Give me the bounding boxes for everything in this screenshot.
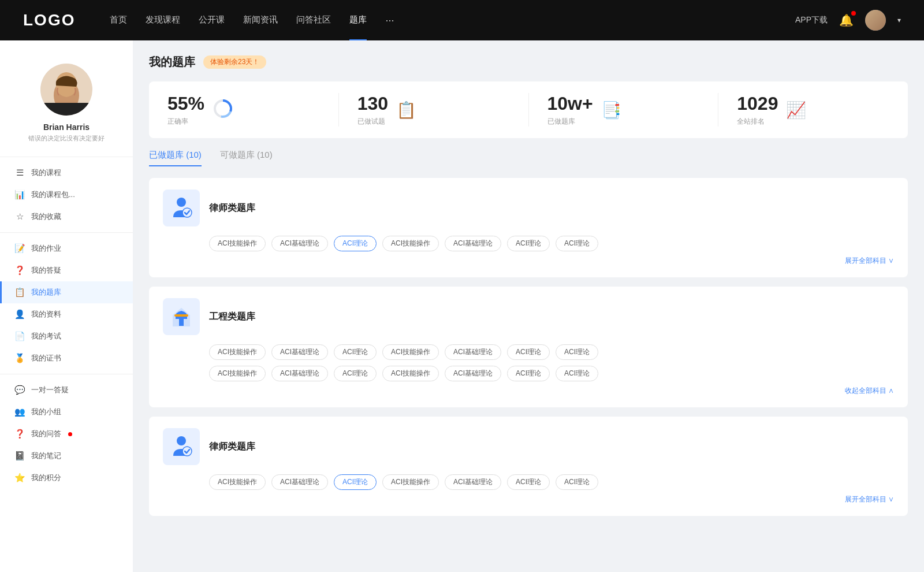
tag-2-11[interactable]: ACI技能操作 — [382, 366, 439, 381]
avatar[interactable] — [865, 10, 886, 31]
tag-1-3[interactable]: ACI理论 — [334, 236, 377, 251]
page-header: 我的题库 体验剩余23天！ — [149, 54, 908, 70]
sidebar-label-certificate: 我的证书 — [31, 353, 61, 363]
stat-done-banks: 10w+ 已做题库 📑 — [529, 93, 719, 127]
sidebar-item-profile[interactable]: 👤 我的资料 — [0, 303, 133, 325]
tag-3-7[interactable]: ACI理论 — [556, 474, 598, 490]
nav-more[interactable]: ··· — [385, 14, 394, 27]
nav-news[interactable]: 新闻资讯 — [243, 14, 278, 27]
sidebar-divider-2 — [0, 232, 133, 233]
tag-2-1[interactable]: ACI技能操作 — [209, 344, 266, 360]
svg-rect-10 — [179, 319, 184, 326]
tag-2-10[interactable]: ACI理论 — [334, 366, 377, 381]
sidebar-item-group[interactable]: 👥 我的小组 — [0, 401, 133, 423]
nav-open-course[interactable]: 公开课 — [199, 14, 225, 27]
tag-2-9[interactable]: ACI基础理论 — [271, 366, 328, 381]
sidebar-label-points: 我的积分 — [31, 473, 61, 483]
sidebar-label-quiz-bank: 我的题库 — [31, 287, 61, 298]
sidebar-item-favorites[interactable]: ☆ 我的收藏 — [0, 206, 133, 228]
sidebar-divider-1 — [0, 157, 133, 157]
nav-quiz[interactable]: 题库 — [349, 14, 367, 27]
page-title: 我的题库 — [149, 54, 195, 70]
favorites-icon: ☆ — [14, 211, 25, 222]
quiz-card-1-tags: ACI技能操作 ACI基础理论 ACI理论 ACI技能操作 ACI基础理论 AC… — [209, 236, 894, 251]
homework-icon: 📝 — [14, 243, 25, 254]
tag-2-2[interactable]: ACI基础理论 — [271, 344, 328, 360]
sidebar-item-course-package[interactable]: 📊 我的课程包... — [0, 184, 133, 206]
trial-badge: 体验剩余23天！ — [203, 55, 266, 69]
lawyer-icon-container-2 — [163, 428, 200, 465]
accuracy-chart — [213, 98, 233, 121]
tag-2-12[interactable]: ACI基础理论 — [445, 366, 501, 381]
quiz-card-1-title: 律师类题库 — [209, 202, 255, 214]
tag-1-4[interactable]: ACI技能操作 — [382, 236, 439, 251]
quiz-card-3-tags: ACI技能操作 ACI基础理论 ACI理论 ACI技能操作 ACI基础理论 AC… — [209, 474, 894, 490]
tag-2-4[interactable]: ACI技能操作 — [382, 344, 439, 360]
stat-accuracy-value: 55% — [167, 93, 204, 114]
quiz-card-1-header: 律师类题库 — [163, 190, 894, 226]
my-qa-icon: ❓ — [14, 429, 25, 439]
ranking-stat-icon: 📈 — [786, 101, 806, 120]
sidebar-item-one-on-one[interactable]: 💬 一对一答疑 — [0, 379, 133, 401]
questions-stat-icon: 📋 — [396, 101, 416, 120]
tag-1-1[interactable]: ACI技能操作 — [209, 236, 266, 251]
tag-1-7[interactable]: ACI理论 — [556, 236, 598, 251]
tag-2-5[interactable]: ACI基础理论 — [445, 344, 501, 360]
sidebar-label-course: 我的课程 — [31, 168, 61, 178]
engineer-icon-container — [163, 298, 200, 335]
course-icon: ☰ — [14, 168, 25, 178]
main-content: 我的题库 体验剩余23天！ 55% 正确率 — [133, 40, 924, 572]
points-icon: ⭐ — [14, 473, 25, 483]
quiz-card-3-header: 律师类题库 — [163, 428, 894, 465]
profile-motto: 错误的决定比没有决定要好 — [28, 134, 105, 143]
tag-2-6[interactable]: ACI理论 — [507, 344, 550, 360]
tab-available[interactable]: 可做题库 (10) — [220, 150, 273, 166]
profile-section: Brian Harris 错误的决定比没有决定要好 — [0, 52, 133, 152]
sidebar-label-favorites: 我的收藏 — [31, 211, 61, 222]
sidebar-item-certificate[interactable]: 🏅 我的证书 — [0, 347, 133, 369]
nav-qa[interactable]: 问答社区 — [296, 14, 331, 27]
tag-2-7[interactable]: ACI理论 — [556, 344, 598, 360]
sidebar-item-exam[interactable]: 📄 我的考试 — [0, 325, 133, 347]
tag-3-2[interactable]: ACI基础理论 — [271, 474, 328, 490]
tag-3-3[interactable]: ACI理论 — [334, 474, 377, 490]
tag-1-6[interactable]: ACI理论 — [507, 236, 550, 251]
sidebar-item-my-qa[interactable]: ❓ 我的问答 — [0, 423, 133, 445]
sidebar-item-notes[interactable]: 📓 我的笔记 — [0, 445, 133, 467]
sidebar-item-homework[interactable]: 📝 我的作业 — [0, 237, 133, 259]
tag-2-8[interactable]: ACI技能操作 — [209, 366, 266, 381]
notification-bell[interactable]: 🔔 — [839, 13, 854, 27]
group-icon: 👥 — [14, 407, 25, 417]
stat-done-questions: 130 已做试题 📋 — [339, 93, 529, 127]
sidebar-item-points[interactable]: ⭐ 我的积分 — [0, 467, 133, 489]
sidebar: Brian Harris 错误的决定比没有决定要好 ☰ 我的课程 📊 我的课程包… — [0, 40, 133, 572]
avatar-chevron-icon[interactable]: ▾ — [897, 16, 901, 24]
tag-3-5[interactable]: ACI基础理论 — [445, 474, 501, 490]
tag-2-13[interactable]: ACI理论 — [507, 366, 550, 381]
tag-2-3[interactable]: ACI理论 — [334, 344, 377, 360]
notes-icon: 📓 — [14, 451, 25, 461]
tab-done[interactable]: 已做题库 (10) — [149, 150, 202, 166]
stat-done-questions-label: 已做试题 — [357, 117, 388, 127]
tag-3-6[interactable]: ACI理论 — [507, 474, 550, 490]
tag-1-2[interactable]: ACI基础理论 — [271, 236, 328, 251]
sidebar-item-questions[interactable]: ❓ 我的答疑 — [0, 259, 133, 281]
app-download-link[interactable]: APP下载 — [795, 15, 828, 25]
stat-done-banks-info: 10w+ 已做题库 — [547, 93, 593, 127]
logo[interactable]: LOGO — [23, 11, 75, 29]
sidebar-item-quiz-bank[interactable]: 📋 我的题库 — [0, 281, 133, 303]
stat-done-questions-value: 130 — [357, 93, 388, 114]
collapse-link-2[interactable]: 收起全部科目 ∧ — [163, 386, 894, 396]
stat-ranking: 1029 全站排名 📈 — [718, 93, 908, 127]
nav-home[interactable]: 首页 — [110, 14, 127, 27]
expand-link-1[interactable]: 展开全部科目 ∨ — [163, 256, 894, 266]
tag-1-5[interactable]: ACI基础理论 — [445, 236, 501, 251]
tag-3-4[interactable]: ACI技能操作 — [382, 474, 439, 490]
expand-link-3[interactable]: 展开全部科目 ∨ — [163, 495, 894, 504]
one-on-one-icon: 💬 — [14, 385, 25, 395]
sidebar-item-course[interactable]: ☰ 我的课程 — [0, 162, 133, 184]
tag-3-1[interactable]: ACI技能操作 — [209, 474, 266, 490]
nav-discover[interactable]: 发现课程 — [146, 14, 180, 27]
tag-2-14[interactable]: ACI理论 — [556, 366, 598, 381]
lawyer-icon-container — [163, 190, 200, 226]
